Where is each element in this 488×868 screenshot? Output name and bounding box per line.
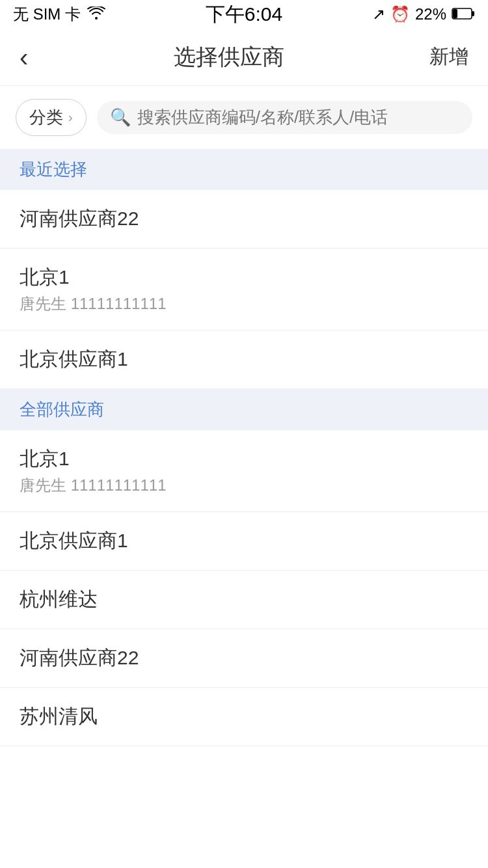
item-sub: 唐先生 11111111111 — [20, 475, 468, 496]
item-name: 杭州维达 — [20, 586, 468, 613]
no-sim-label: 无 SIM 卡 — [13, 4, 81, 25]
recent-list-item[interactable]: 北京1 唐先生 11111111111 — [0, 249, 488, 331]
filter-bar: 分类 › 🔍 — [0, 86, 488, 149]
item-name: 北京1 — [20, 264, 468, 291]
all-list-item[interactable]: 苏州清风 — [0, 688, 488, 746]
page-title: 选择供应商 — [174, 42, 284, 72]
status-bar: 无 SIM 卡 下午6:04 ↗ ⏰ 22% — [0, 0, 488, 29]
item-sub: 唐先生 11111111111 — [20, 293, 468, 314]
alarm-icon: ⏰ — [390, 5, 410, 23]
svg-rect-1 — [472, 11, 474, 16]
item-name: 河南供应商22 — [20, 645, 468, 671]
all-label: 全部供应商 — [20, 400, 104, 419]
item-name: 北京供应商1 — [20, 528, 468, 554]
back-button[interactable]: ‹ — [20, 44, 28, 70]
category-label: 分类 — [29, 106, 63, 129]
chevron-right-icon: › — [68, 110, 73, 125]
wifi-icon — [87, 5, 105, 23]
location-icon: ↗ — [372, 5, 385, 23]
recent-label: 最近选择 — [20, 159, 87, 179]
nav-bar: ‹ 选择供应商 新增 — [0, 29, 488, 86]
search-input[interactable] — [137, 107, 459, 128]
item-name: 河南供应商22 — [20, 206, 468, 232]
all-list-item[interactable]: 北京供应商1 — [0, 512, 488, 571]
status-left: 无 SIM 卡 — [13, 4, 105, 25]
recent-section-header: 最近选择 — [0, 149, 488, 190]
add-button[interactable]: 新增 — [429, 44, 468, 70]
all-section-header: 全部供应商 — [0, 389, 488, 430]
all-list-item[interactable]: 北京1 唐先生 11111111111 — [0, 430, 488, 512]
svg-rect-2 — [453, 9, 457, 18]
recent-list: 河南供应商22 北京1 唐先生 11111111111 北京供应商1 — [0, 190, 488, 389]
search-box: 🔍 — [97, 101, 472, 134]
item-name: 北京1 — [20, 446, 468, 472]
search-icon: 🔍 — [110, 107, 131, 128]
all-list-item[interactable]: 河南供应商22 — [0, 629, 488, 688]
battery-icon — [452, 5, 475, 23]
category-button[interactable]: 分类 › — [16, 99, 87, 136]
battery-label: 22% — [415, 5, 446, 23]
recent-list-item[interactable]: 北京供应商1 — [0, 331, 488, 389]
status-time: 下午6:04 — [206, 1, 282, 28]
all-list-item[interactable]: 杭州维达 — [0, 571, 488, 629]
item-name: 苏州清风 — [20, 703, 468, 730]
recent-list-item[interactable]: 河南供应商22 — [0, 190, 488, 249]
item-name: 北京供应商1 — [20, 346, 468, 373]
status-right: ↗ ⏰ 22% — [372, 5, 475, 23]
all-list: 北京1 唐先生 11111111111 北京供应商1 杭州维达 河南供应商22 … — [0, 430, 488, 746]
